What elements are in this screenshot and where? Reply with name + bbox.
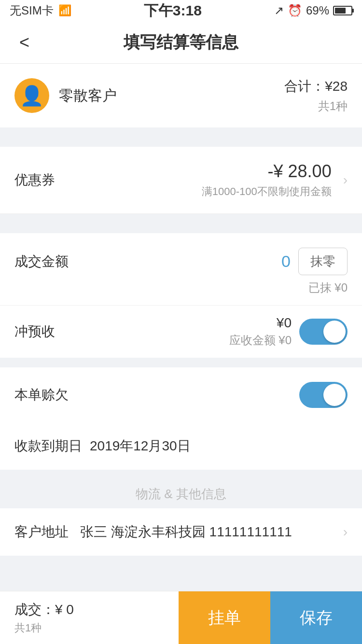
avatar-icon: 👤 — [20, 84, 44, 107]
prepayment-main-amount: ¥0 — [229, 315, 292, 331]
status-right: ↗ ⏰ 69% — [274, 4, 352, 17]
debt-row: 本单赊欠 — [0, 367, 362, 422]
prepayment-amounts: ¥0 应收金额 ¥0 — [229, 315, 292, 348]
address-value: 张三 海淀永丰科技园 11111111111 — [80, 523, 343, 541]
toggle-knob — [323, 321, 346, 343]
transaction-section: 成交金额 0 抹零 已抹 ¥0 冲预收 ¥0 应收金额 ¥0 — [0, 233, 362, 358]
bottom-transaction-label: 成交：¥ 0 — [14, 601, 164, 619]
chevron-right-icon: › — [343, 172, 348, 188]
total-amount: 合计：¥28 — [284, 77, 348, 96]
logistics-text: 物流 & 其他信息 — [136, 486, 226, 503]
prepayment-right: ¥0 应收金额 ¥0 — [229, 315, 348, 348]
debt-toggle[interactable] — [299, 382, 348, 408]
status-left: 无SIM卡 📶 — [10, 3, 71, 18]
battery-percent: 69% — [306, 4, 329, 17]
debt-toggle-knob — [323, 384, 346, 406]
transaction-label: 成交金额 — [14, 252, 69, 271]
transaction-right: 0 抹零 — [281, 248, 348, 275]
divider-1 — [0, 224, 362, 233]
battery-icon — [333, 6, 352, 15]
transaction-row: 成交金额 0 抹零 — [0, 233, 362, 280]
coupon-amount: -¥ 28.00 — [202, 161, 332, 182]
content: 👤 零散客户 合计：¥28 共1种 优惠券 -¥ 28.00 满1000-100… — [0, 64, 362, 614]
prepayment-row: 冲预收 ¥0 应收金额 ¥0 — [0, 305, 362, 358]
divider-2 — [0, 358, 362, 367]
space-1 — [0, 137, 362, 147]
total-count: 共1种 — [284, 98, 348, 114]
already-rounded-text: 已抹 ¥0 — [0, 280, 362, 305]
coupon-description: 满1000-100不限制使用金额 — [202, 184, 332, 199]
back-button[interactable]: < — [14, 28, 34, 57]
due-date-value: 2019年12月30日 — [90, 437, 191, 455]
coupon-label: 优惠券 — [14, 171, 55, 189]
hang-button[interactable]: 挂单 — [179, 591, 270, 644]
debt-section: 本单赊欠 收款到期日 2019年12月30日 — [0, 367, 362, 470]
due-date-label: 收款到期日 — [14, 437, 82, 455]
address-row[interactable]: 客户地址 张三 海淀永丰科技园 11111111111 › — [0, 508, 362, 556]
status-bar: 无SIM卡 📶 下午3:18 ↗ ⏰ 69% — [0, 0, 362, 21]
carrier-label: 无SIM卡 — [10, 3, 54, 18]
save-button[interactable]: 保存 — [270, 591, 362, 644]
nav-bar: < 填写结算等信息 — [0, 21, 362, 64]
transaction-amount: 0 — [281, 252, 291, 271]
page-title: 填写结算等信息 — [124, 31, 238, 54]
address-chevron-icon: › — [343, 524, 348, 540]
coupon-section: 优惠券 -¥ 28.00 满1000-100不限制使用金额 › — [0, 147, 362, 214]
bottom-summary: 成交：¥ 0 共1种 — [0, 601, 179, 635]
bottom-bar: 成交：¥ 0 共1种 挂单 保存 — [0, 591, 362, 644]
prepayment-sub-amount: 应收金额 ¥0 — [229, 333, 292, 348]
customer-name: 零散客户 — [59, 86, 117, 106]
wifi-icon: 📶 — [58, 4, 71, 17]
status-time: 下午3:18 — [144, 1, 202, 21]
coupon-right: -¥ 28.00 满1000-100不限制使用金额 › — [202, 161, 348, 199]
alarm-icon: ⏰ — [288, 4, 302, 17]
round-button[interactable]: 抹零 — [298, 248, 348, 275]
customer-right: 合计：¥28 共1种 — [284, 77, 348, 114]
prepayment-label: 冲预收 — [14, 322, 55, 341]
location-icon: ↗ — [274, 4, 284, 17]
coupon-row[interactable]: 优惠券 -¥ 28.00 满1000-100不限制使用金额 › — [0, 147, 362, 214]
customer-left: 👤 零散客户 — [14, 78, 117, 113]
prepayment-toggle[interactable] — [299, 319, 348, 345]
bottom-count: 共1种 — [14, 621, 164, 635]
avatar: 👤 — [14, 78, 49, 113]
customer-row: 👤 零散客户 合计：¥28 共1种 — [0, 64, 362, 127]
debt-label: 本单赊欠 — [14, 386, 69, 404]
due-date-row[interactable]: 收款到期日 2019年12月30日 — [0, 422, 362, 470]
address-label: 客户地址 — [14, 523, 69, 541]
logistics-divider: 物流 & 其他信息 — [0, 479, 362, 508]
